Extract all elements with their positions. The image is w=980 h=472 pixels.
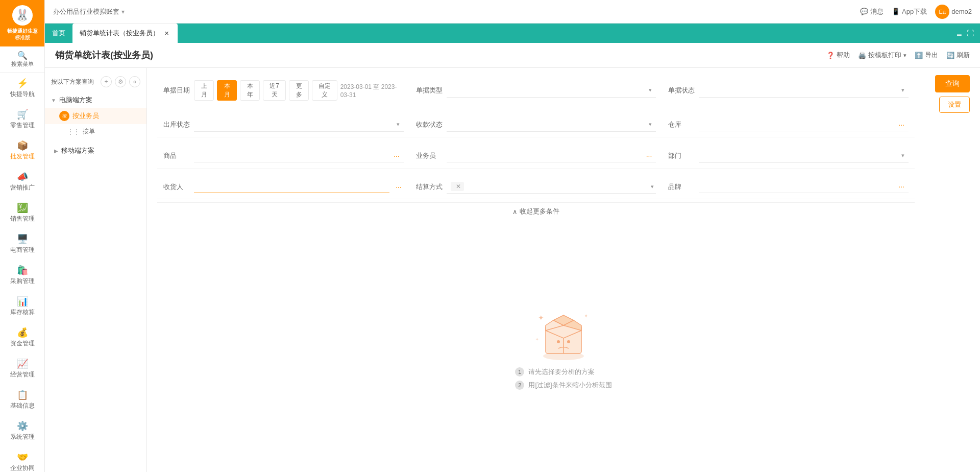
receipt-status-select[interactable]: ▾: [447, 117, 656, 132]
more-btn[interactable]: 更多: [289, 80, 309, 101]
date-range-bar: 上月 本月 本年 近7天 更多 自定义 2023-03-01 至 2023-03…: [194, 80, 404, 101]
logo-subtext: 标准版: [15, 34, 30, 41]
empty-icon: ✦ ✦ ✦: [533, 310, 594, 361]
sidebar-item-wholesale[interactable]: 📦 批发管理: [0, 135, 44, 166]
svg-text:✦: ✦: [584, 313, 588, 319]
body-layout: 按以下方案查询 + ⚙ « ▼ 电脑端方案 按 按业务员: [45, 68, 980, 472]
avatar: Ea: [935, 5, 949, 19]
minimize-icon[interactable]: 🗕: [955, 29, 963, 37]
filter-consignee: 收货人 ···: [157, 175, 410, 199]
consignee-input[interactable]: [194, 181, 389, 193]
last7-btn[interactable]: 近7天: [263, 80, 286, 101]
sidebar-item-system[interactable]: ⚙️ 系统管理: [0, 415, 44, 446]
consignee-label: 收货人: [163, 182, 190, 192]
warehouse-dots-btn[interactable]: ···: [896, 121, 906, 129]
topbar-right: 💬 消息 📱 App下载 Ea demo2: [860, 5, 972, 19]
refresh-btn[interactable]: 🔄 刷新: [946, 51, 970, 60]
prev-month-btn[interactable]: 上月: [194, 80, 214, 101]
sidebar-item-finance[interactable]: 💰 资金管理: [0, 322, 44, 353]
sidebar-item-purchase[interactable]: 🛍️ 采购管理: [0, 259, 44, 291]
company-dropdown[interactable]: 办公用品行业模拟账套 ▾: [53, 7, 125, 16]
svg-point-3: [567, 340, 570, 343]
filter-settle-method: 结算方式 ✕ ▾: [410, 175, 663, 199]
chevron-down-icon: ▾: [121, 8, 125, 15]
goods-dots-btn[interactable]: ···: [391, 152, 402, 160]
maximize-icon[interactable]: ⛶: [967, 29, 974, 37]
empty-tip-1: 1 请先选择要分析的方案: [515, 367, 611, 376]
tab-sales-stats[interactable]: 销货单统计表（按业务员） ✕: [72, 23, 178, 43]
panel-header: 按以下方案查询 + ⚙ «: [45, 73, 146, 90]
query-button[interactable]: 查询: [935, 75, 970, 92]
page-header: 销货单统计表(按业务员) ❓ 帮助 🖨️ 按模板打印 ▾ ⬆️ 导出 🔄 刷: [45, 43, 980, 68]
settle-clear-icon[interactable]: ✕: [456, 183, 461, 190]
sidebar-item-ecommerce[interactable]: 🖥️ 电商管理: [0, 228, 44, 259]
refresh-icon: 🔄: [946, 52, 954, 59]
sales-rep-icon: 按: [59, 111, 69, 121]
sidebar-item-inventory[interactable]: 📊 库存核算: [0, 291, 44, 322]
curr-year-btn[interactable]: 本年: [240, 80, 260, 101]
tree-item-sales-rep[interactable]: 按 按业务员: [45, 108, 146, 124]
right-panel: 单据日期 上月 本月 本年 近7天 更多 自定义 2023-03-01 至 20…: [147, 68, 980, 472]
dept-select[interactable]: ▾: [699, 149, 909, 163]
tip-num-1: 1: [515, 367, 524, 376]
sidebar-item-quicknav[interactable]: ⚡ 快捷导航: [0, 73, 44, 104]
filter-and-actions: 单据日期 上月 本月 本年 近7天 更多 自定义 2023-03-01 至 20…: [147, 68, 980, 227]
export-btn[interactable]: ⬆️ 导出: [915, 51, 938, 60]
sidebar-item-search[interactable]: 🔍 搜索菜单: [0, 46, 44, 73]
tree-desktop-section[interactable]: ▼ 电脑端方案: [45, 92, 146, 108]
brand-dots-btn[interactable]: ···: [896, 182, 906, 191]
sidebar-item-retail[interactable]: 🛒 零售管理: [0, 104, 44, 135]
svg-text:✦: ✦: [538, 314, 544, 322]
sidebar-item-operations[interactable]: 📈 经营管理: [0, 353, 44, 384]
help-btn[interactable]: ❓ 帮助: [826, 51, 850, 60]
print-btn[interactable]: 🖨️ 按模板打印 ▾: [858, 51, 906, 60]
page-content: 销货单统计表(按业务员) ❓ 帮助 🖨️ 按模板打印 ▾ ⬆️ 导出 🔄 刷: [45, 43, 980, 472]
tip-num-2: 2: [515, 381, 524, 390]
tab-home[interactable]: 首页: [45, 23, 72, 43]
tree-mobile-parent[interactable]: ▶ 移动端方案: [45, 143, 146, 158]
doc-status-arrow-icon: ▾: [901, 87, 904, 93]
out-status-select[interactable]: ▾: [194, 117, 404, 132]
sidebar-item-enterprise[interactable]: 🤝 企业协同: [0, 446, 44, 472]
filter-out-status: 出库状态 ▾: [157, 112, 410, 137]
phone-icon: 📱: [892, 8, 900, 15]
out-status-arrow-icon: ▾: [397, 121, 400, 128]
date-range-text: 2023-03-01 至 2023-03-31: [340, 83, 404, 99]
sidebar-item-sales[interactable]: 💹 销售管理: [0, 197, 44, 228]
collapse-bar[interactable]: ∧ 收起更多条件: [157, 202, 915, 220]
collapse-panel-btn[interactable]: «: [129, 76, 140, 87]
svg-point-2: [557, 340, 560, 343]
company-name: 办公用品行业模拟账套: [53, 7, 119, 16]
desktop-section-label: 电脑端方案: [59, 96, 92, 105]
doc-status-select[interactable]: ▾: [699, 83, 909, 98]
settings-button[interactable]: 设置: [939, 97, 970, 113]
user-profile[interactable]: Ea demo2: [935, 5, 972, 19]
app-download-btn[interactable]: 📱 App下载: [892, 7, 927, 16]
tab-close-icon[interactable]: ✕: [162, 29, 170, 37]
tabbar: 首页 销货单统计表（按业务员） ✕ 🗕 ⛶: [45, 23, 980, 43]
settle-tag: ✕: [451, 182, 464, 191]
sidebar-item-marketing[interactable]: 📣 营销推广: [0, 166, 44, 197]
out-status-label: 出库状态: [163, 120, 190, 129]
custom-btn[interactable]: 自定义: [312, 80, 337, 101]
doc-type-select[interactable]: ▾: [447, 83, 656, 98]
tab-sales-stats-label: 销货单统计表（按业务员）: [80, 29, 159, 38]
tab-home-label: 首页: [52, 29, 65, 38]
dept-arrow-icon: ▾: [901, 152, 904, 159]
expand-icon: ▼: [51, 98, 56, 103]
edit-scheme-btn[interactable]: ⚙: [115, 76, 126, 87]
filter-sales-rep: 业务员 ···: [410, 144, 663, 169]
tree-item-order[interactable]: ⋮⋮ 按单: [45, 124, 146, 139]
filter-dept: 部门 ▾: [662, 144, 915, 169]
sidebar-item-basic-info[interactable]: 📋 基础信息: [0, 384, 44, 415]
message-btn[interactable]: 💬 消息: [860, 7, 884, 16]
order-label: 按单: [83, 127, 95, 136]
sales-rep-filter-label: 业务员: [416, 151, 443, 160]
consignee-dots-btn[interactable]: ···: [394, 183, 404, 191]
empty-tips: 1 请先选择要分析的方案 2 用[过滤]条件来缩小分析范围: [515, 367, 611, 390]
curr-month-btn[interactable]: 本月: [217, 80, 237, 101]
left-panel: 按以下方案查询 + ⚙ « ▼ 电脑端方案 按 按业务员: [45, 68, 147, 472]
collapse-label: 收起更多条件: [520, 207, 559, 216]
sales-rep-dots-btn[interactable]: ···: [644, 152, 654, 160]
add-scheme-btn[interactable]: +: [101, 76, 112, 87]
